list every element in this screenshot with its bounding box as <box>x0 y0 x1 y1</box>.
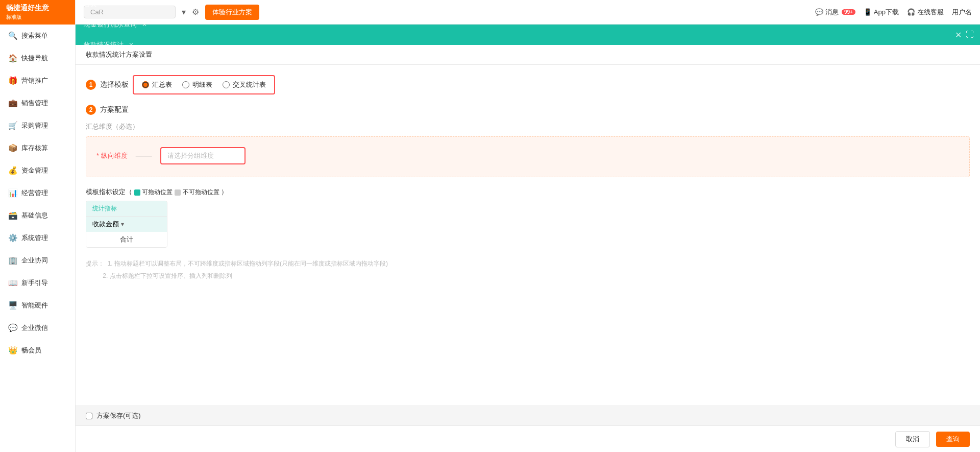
step2-number: 2 <box>86 105 96 115</box>
finance-icon: 💰 <box>8 166 17 175</box>
sidebar-item-quick-nav[interactable]: 🏠 快捷导航 <box>0 47 75 69</box>
metrics-sub-label: 合计 <box>120 235 133 243</box>
radio-cross-label: 交叉统计表 <box>233 80 266 89</box>
step1-number: 1 <box>86 80 96 90</box>
metrics-category-header: 统计指标 <box>92 205 117 212</box>
metrics-table-header: 统计指标 <box>86 201 167 217</box>
trial-btn[interactable]: 体验行业方案 <box>205 5 259 20</box>
dimension-row: * 纵向维度 —— 请选择分组维度 <box>96 147 959 164</box>
sidebar-item-purchase[interactable]: 🛒 采购管理 <box>0 114 75 137</box>
save-plan-label[interactable]: 方案保存(可选) <box>96 411 141 420</box>
service-btn[interactable]: 🎧 在线客服 <box>907 8 944 17</box>
user-label: 用户名 <box>952 8 972 17</box>
tabbar-actions: ✕ ⛶ <box>955 30 980 40</box>
sidebar-item-sales[interactable]: 💼 销售管理 <box>0 92 75 114</box>
download-icon: 📱 <box>864 8 872 16</box>
marketing-icon: 🎁 <box>8 76 17 85</box>
main-content: ▾ ⚙ 体验行业方案 💬 消息 99+ 📱 App下载 🎧 在线客服 用户名 首 <box>76 0 980 452</box>
sidebar-logo: 畅捷通好生意 标准版 <box>0 0 75 25</box>
tabbar: 首页现金银行流水查询✕收款情况统计✕新建方案✕ ✕ ⛶ <box>76 25 980 45</box>
wechat-icon: 💬 <box>8 323 17 332</box>
content-area: 收款情况统计方案设置 1 选择模板 汇总表 <box>76 45 980 425</box>
basic-icon: 🗃️ <box>8 211 17 220</box>
save-plan-checkbox[interactable] <box>86 413 92 419</box>
sidebar-item-label-basic: 基础信息 <box>21 211 48 220</box>
sidebar-item-inventory[interactable]: 📦 库存核算 <box>0 137 75 159</box>
radio-detail[interactable]: 明细表 <box>182 80 212 89</box>
sidebar-item-collab[interactable]: 🏢 企业协同 <box>0 249 75 272</box>
sidebar-item-guide[interactable]: 📖 新手引导 <box>0 272 75 294</box>
service-label: 在线客服 <box>917 8 944 17</box>
hardware-icon: 🖥️ <box>8 301 17 310</box>
collab-icon: 🏢 <box>8 256 17 265</box>
sidebar-item-label-system: 系统管理 <box>21 233 48 243</box>
maximize-btn[interactable]: ⛶ <box>966 30 974 39</box>
tab-label-bank-flow: 现金银行流水查询 <box>84 20 137 29</box>
draggable-label: 可拖动位置 <box>142 188 173 196</box>
logo-name: 畅捷通好生意 <box>6 4 49 13</box>
purchase-icon: 🛒 <box>8 121 17 130</box>
user-name[interactable]: 用户名 <box>952 8 972 17</box>
query-button[interactable]: 查询 <box>936 432 970 447</box>
tab-label-home: 首页 <box>84 0 97 9</box>
radio-detail-label: 明细表 <box>192 80 212 89</box>
sidebar-item-marketing[interactable]: 🎁 营销推广 <box>0 69 75 92</box>
metrics-table: 统计指标 收款金额 ▾ 合计 <box>86 201 167 248</box>
sidebar-item-label-marketing: 营销推广 <box>21 76 48 85</box>
notification-btn[interactable]: 💬 消息 99+ <box>815 8 855 17</box>
quick-nav-icon: 🏠 <box>8 54 17 63</box>
metrics-row-value: 合计 <box>86 232 167 247</box>
service-icon: 🎧 <box>907 8 915 16</box>
app-download-btn[interactable]: 📱 App下载 <box>864 8 899 17</box>
message-icon: 💬 <box>815 8 823 16</box>
sidebar-item-label-finance: 资金管理 <box>21 166 48 175</box>
tab-home[interactable]: 首页 <box>76 0 155 14</box>
sidebar-items-container: 🔍 搜索菜单🏠 快捷导航🎁 营销推广💼 销售管理🛒 采购管理📦 库存核算💰 资金… <box>0 25 75 362</box>
draggable-indicator <box>134 189 140 196</box>
sidebar-item-hardware[interactable]: 🖥️ 智能硬件 <box>0 294 75 317</box>
sidebar-item-basic[interactable]: 🗃️ 基础信息 <box>0 204 75 227</box>
step1-section: 1 选择模板 汇总表 明细表 <box>86 75 970 94</box>
sidebar-item-label-purchase: 采购管理 <box>21 121 48 130</box>
topbar-dropdown-btn[interactable]: ▾ <box>182 7 186 17</box>
sales-icon: 💼 <box>8 99 17 108</box>
sidebar-item-operation[interactable]: 📊 经营管理 <box>0 182 75 204</box>
sidebar-item-label-collab: 企业协同 <box>21 256 48 265</box>
notification-label: 消息 <box>825 8 839 17</box>
metrics-row-header[interactable]: 收款金额 ▾ <box>86 217 167 232</box>
dimension-placeholder: 请选择分组维度 <box>167 152 214 159</box>
sidebar-item-finance[interactable]: 💰 资金管理 <box>0 159 75 182</box>
sidebar-item-label-hardware: 智能硬件 <box>21 301 48 310</box>
dimension-label-text: 汇总维度（必选） <box>86 123 139 130</box>
page-area: 收款情况统计方案设置 1 选择模板 汇总表 <box>76 45 980 425</box>
not-draggable-indicator <box>175 189 181 196</box>
sidebar-item-system[interactable]: ⚙️ 系统管理 <box>0 227 75 249</box>
dimension-arrow: —— <box>136 151 152 160</box>
topbar: ▾ ⚙ 体验行业方案 💬 消息 99+ 📱 App下载 🎧 在线客服 用户名 <box>76 0 980 25</box>
radio-cross[interactable]: 交叉统计表 <box>223 80 266 89</box>
radio-summary[interactable]: 汇总表 <box>142 80 172 89</box>
sidebar: 畅捷通好生意 标准版 🔍 搜索菜单🏠 快捷导航🎁 营销推广💼 销售管理🛒 采购管… <box>0 0 76 452</box>
sidebar-item-label-inventory: 库存核算 <box>21 144 48 153</box>
sidebar-item-search-menu[interactable]: 🔍 搜索菜单 <box>0 25 75 47</box>
close-tab-btn[interactable]: ✕ <box>955 30 962 40</box>
template-options: 汇总表 明细表 交叉统计表 <box>133 75 275 94</box>
sidebar-item-label-search-menu: 搜索菜单 <box>21 31 48 40</box>
dimension-area: * 纵向维度 —— 请选择分组维度 <box>86 136 970 177</box>
step1-header: 1 选择模板 汇总表 明细表 <box>86 75 970 94</box>
sidebar-item-label-sales: 销售管理 <box>21 99 48 108</box>
page-body: 1 选择模板 汇总表 明细表 <box>76 65 980 406</box>
tab-bank-flow[interactable]: 现金银行流水查询✕ <box>76 14 155 35</box>
sidebar-item-label-guide: 新手引导 <box>21 278 48 288</box>
topbar-right: 💬 消息 99+ 📱 App下载 🎧 在线客服 用户名 <box>815 8 972 17</box>
system-icon: ⚙️ <box>8 233 17 243</box>
cancel-button[interactable]: 取消 <box>895 431 930 447</box>
step2-section: 2 方案配置 汇总维度（必选） * 纵向维度 —— <box>86 105 970 282</box>
settings-icon[interactable]: ⚙ <box>192 7 199 17</box>
sidebar-item-member[interactable]: 👑 畅会员 <box>0 339 75 362</box>
guide-icon: 📖 <box>8 278 17 288</box>
sidebar-item-wechat[interactable]: 💬 企业微信 <box>0 317 75 339</box>
metrics-config-title: 模板指标设定（ 可拖动位置 不可拖动位置 ） <box>86 187 970 197</box>
tab-close-bank-flow[interactable]: ✕ <box>142 21 147 28</box>
dimension-select-box[interactable]: 请选择分组维度 <box>160 147 246 164</box>
